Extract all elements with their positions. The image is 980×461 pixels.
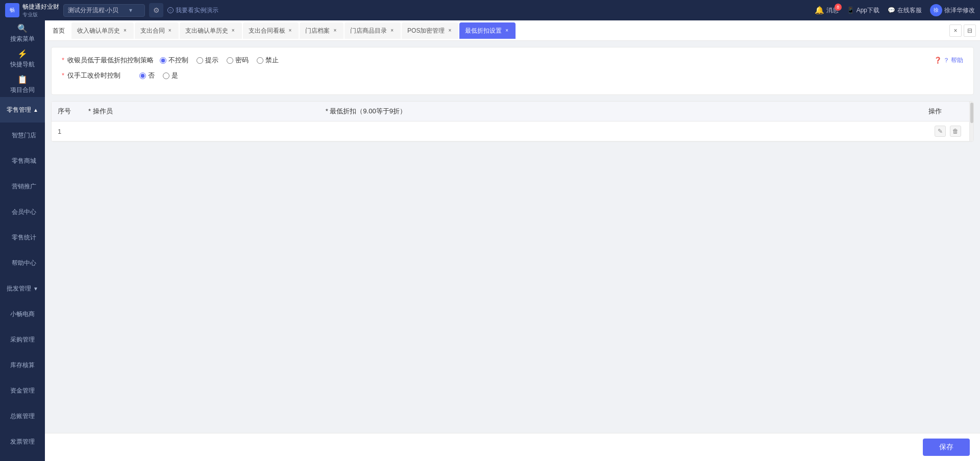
- radio-manual-no-input[interactable]: [139, 72, 146, 79]
- sidebar-label-project: 项目合同: [10, 86, 35, 94]
- tab-income-history[interactable]: 收入确认单历史 ×: [71, 22, 134, 39]
- sidebar-item-retail[interactable]: 零售管理 ▲: [0, 97, 45, 123]
- shortcuts-icon: ⚡: [17, 49, 28, 59]
- row-operator: [82, 122, 320, 141]
- tab-pos-password-close[interactable]: ×: [447, 28, 453, 34]
- retail-expand-icon: ▲: [33, 107, 38, 113]
- sidebar-item-smart-store[interactable]: 智慧门店: [0, 123, 45, 148]
- tab-pos-password[interactable]: POS加密管理 ×: [402, 22, 458, 39]
- wholesale-expand-icon: ▼: [33, 286, 38, 292]
- tab-income-history-close[interactable]: ×: [122, 28, 128, 34]
- sidebar-label-inventory: 库存核算: [10, 361, 35, 370]
- project-icon: 📋: [17, 75, 28, 84]
- sidebar-item-online-store[interactable]: 零售商城: [0, 148, 45, 174]
- save-button[interactable]: 保存: [923, 439, 970, 456]
- download-icon: 📱: [847, 7, 854, 14]
- tab-bar-actions: × ⊟: [949, 25, 978, 37]
- tab-payment-history[interactable]: 支出确认单历史 ×: [180, 22, 242, 39]
- tab-payment-history-close[interactable]: ×: [230, 28, 236, 34]
- customer-service-label: 在线客服: [897, 6, 922, 15]
- radio-remind-label: 提示: [205, 56, 218, 65]
- table-scrollbar[interactable]: [969, 102, 973, 141]
- sidebar-item-retail-stats[interactable]: 零售统计: [0, 225, 45, 250]
- col-operator-header: * 操作员: [82, 102, 320, 122]
- radio-password[interactable]: 密码: [227, 56, 249, 65]
- radio-no-control[interactable]: 不控制: [160, 56, 188, 65]
- tab-payment-contract[interactable]: 支出合同 ×: [135, 22, 179, 39]
- required-star-strategy: *: [62, 56, 64, 64]
- table-section: 序号 * 操作员 * 最低折扣（9.00等于9折） 操作 1 ✎: [51, 101, 974, 142]
- customer-service-btn[interactable]: 💬 在线客服: [888, 6, 922, 15]
- radio-remind-input[interactable]: [197, 57, 203, 64]
- tab-store-archive-label: 门店档案: [305, 27, 330, 35]
- sidebar: 🔍 搜索菜单 ⚡ 快捷导航 📋 项目合同 零售管理 ▲ 智慧门店 零售商城 营销…: [0, 20, 45, 461]
- sidebar-item-tax[interactable]: 税务管理: [0, 454, 45, 461]
- tab-store-catalog[interactable]: 门店商品目录 ×: [345, 22, 401, 39]
- tab-min-discount[interactable]: 最低折扣设置 ×: [459, 22, 516, 39]
- row-seq: 1: [52, 122, 82, 141]
- discount-table: 序号 * 操作员 * 最低折扣（9.00等于9折） 操作 1 ✎: [52, 102, 973, 141]
- sidebar-label-help: 帮助中心: [12, 259, 36, 268]
- sidebar-label-finance: 资金管理: [10, 386, 35, 395]
- col-seq-header: 序号: [52, 102, 82, 122]
- radio-manual-no[interactable]: 否: [139, 71, 155, 80]
- sidebar-item-purchase[interactable]: 采购管理: [0, 327, 45, 352]
- demo-link[interactable]: ○ 我要看实例演示: [167, 6, 218, 15]
- sidebar-label-search: 搜索菜单: [10, 35, 35, 43]
- radio-no-control-input[interactable]: [160, 57, 166, 64]
- tab-home[interactable]: 首页: [47, 22, 70, 39]
- tab-store-archive[interactable]: 门店档案 ×: [300, 22, 344, 39]
- tab-home-label: 首页: [53, 27, 65, 35]
- radio-manual-yes-input[interactable]: [163, 72, 169, 79]
- strategy-label: * 收银员低于最低折扣控制策略: [62, 56, 154, 65]
- sidebar-item-invoice[interactable]: 发票管理: [0, 429, 45, 454]
- project-selector[interactable]: 测试分开流程·小贝 ▾: [63, 4, 145, 17]
- sidebar-label-retail-stats: 零售统计: [12, 233, 36, 242]
- sidebar-item-member[interactable]: 会员中心: [0, 199, 45, 225]
- table-row: 1 ✎ 🗑: [52, 122, 973, 141]
- strategy-radio-group: 不控制 提示 密码 禁止: [160, 56, 279, 65]
- radio-remind[interactable]: 提示: [197, 56, 218, 65]
- sidebar-item-shortcuts[interactable]: ⚡ 快捷导航: [0, 46, 45, 71]
- radio-forbid[interactable]: 禁止: [257, 56, 279, 65]
- tab-income-history-label: 收入确认单历史: [77, 27, 120, 35]
- radio-manual-yes[interactable]: 是: [163, 71, 178, 80]
- message-btn[interactable]: 🔔 消息 8: [815, 6, 839, 15]
- row-delete-btn[interactable]: 🗑: [950, 126, 961, 137]
- tab-payment-contract-close[interactable]: ×: [167, 28, 173, 34]
- demo-link-label: 我要看实例演示: [176, 6, 218, 15]
- sidebar-item-marketing[interactable]: 营销推广: [0, 174, 45, 199]
- sidebar-item-search[interactable]: 🔍 搜索菜单: [0, 20, 45, 46]
- sidebar-item-inventory[interactable]: 库存核算: [0, 352, 45, 378]
- tab-min-discount-close[interactable]: ×: [504, 28, 510, 34]
- row-edit-btn[interactable]: ✎: [935, 126, 946, 137]
- table-header: 序号 * 操作员 * 最低折扣（9.00等于9折） 操作: [52, 102, 973, 122]
- sidebar-item-help[interactable]: 帮助中心: [0, 250, 45, 276]
- sidebar-label-smart-store: 智慧门店: [12, 131, 36, 140]
- app-title: 畅捷通好业财: [22, 3, 59, 11]
- tab-close-all-btn[interactable]: ×: [949, 25, 962, 37]
- tab-payment-board-label: 支出合同看板: [249, 27, 285, 35]
- sidebar-item-finance[interactable]: 资金管理: [0, 378, 45, 403]
- table-scrollbar-thumb: [970, 103, 973, 123]
- table-body: 1 ✎ 🗑: [52, 122, 973, 141]
- app-download-btn[interactable]: 📱 App下载: [847, 6, 879, 15]
- user-name: 徐泽华修改: [944, 6, 975, 15]
- radio-forbid-input[interactable]: [257, 57, 263, 64]
- tab-bar: 首页 收入确认单历史 × 支出合同 × 支出确认单历史 × 支出合同看板 × 门…: [45, 20, 980, 41]
- user-profile-btn[interactable]: 徐 徐泽华修改: [930, 4, 975, 16]
- tab-store-archive-close[interactable]: ×: [332, 28, 338, 34]
- help-link[interactable]: ❓ ？ 帮助: [934, 56, 963, 65]
- settings-button[interactable]: ⚙: [149, 3, 163, 17]
- sidebar-item-project[interactable]: 📋 项目合同: [0, 71, 45, 97]
- row-actions: ✎ 🗑: [922, 122, 973, 141]
- tab-payment-board[interactable]: 支出合同看板 ×: [243, 22, 299, 39]
- tab-payment-board-close[interactable]: ×: [287, 28, 293, 34]
- required-star-manual: *: [62, 71, 64, 79]
- radio-password-input[interactable]: [227, 57, 233, 64]
- tab-store-catalog-close[interactable]: ×: [389, 28, 395, 34]
- sidebar-item-ecommerce[interactable]: 小畅电商: [0, 301, 45, 327]
- tab-menu-btn[interactable]: ⊟: [964, 25, 976, 37]
- sidebar-item-ledger[interactable]: 总账管理: [0, 403, 45, 429]
- sidebar-item-wholesale[interactable]: 批发管理 ▼: [0, 276, 45, 301]
